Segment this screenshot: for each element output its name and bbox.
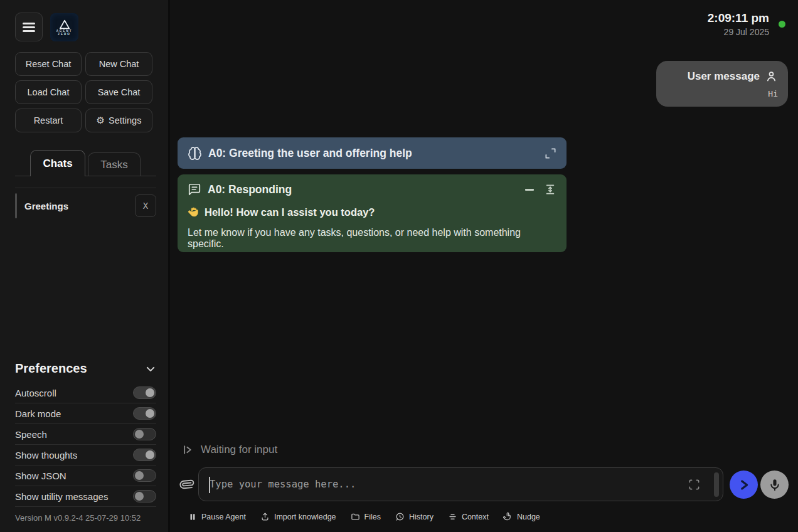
chat-list-separator bbox=[15, 188, 156, 188]
tool-label: Files bbox=[364, 513, 381, 521]
pref-label: Show JSON bbox=[15, 471, 66, 481]
new-chat-button[interactable]: New Chat bbox=[85, 52, 152, 76]
fullscreen-icon[interactable] bbox=[688, 479, 700, 491]
user-message-title: User message bbox=[688, 70, 760, 83]
dark-mode-toggle[interactable] bbox=[133, 407, 156, 420]
tool-label: History bbox=[409, 513, 434, 521]
folder-icon bbox=[351, 512, 360, 521]
pointer-hand-icon bbox=[503, 512, 513, 521]
wave-emoji-icon bbox=[188, 206, 200, 218]
chat-item-title: Greetings bbox=[24, 201, 135, 211]
agent-response-line2: Let me know if you have any tasks, quest… bbox=[188, 227, 556, 250]
show-utility-toggle[interactable] bbox=[133, 490, 156, 503]
restart-button[interactable]: Restart bbox=[15, 109, 82, 132]
pause-agent-button[interactable]: Pause Agent bbox=[188, 512, 246, 521]
brain-icon bbox=[188, 146, 202, 161]
sidebar: AGENT ZERO Reset Chat New Chat Load Chat… bbox=[0, 0, 170, 532]
expand-icon[interactable] bbox=[545, 147, 556, 159]
hamburger-menu-button[interactable] bbox=[15, 13, 43, 41]
pref-row-autoscroll: Autoscroll bbox=[15, 383, 156, 403]
history-button[interactable]: History bbox=[395, 512, 434, 521]
files-button[interactable]: Files bbox=[351, 512, 381, 521]
tool-label: Import knowledge bbox=[274, 513, 336, 521]
version-text: Version M v0.9.2-4 25-07-29 10:52 bbox=[15, 513, 141, 523]
user-icon bbox=[765, 70, 778, 83]
speech-toggle[interactable] bbox=[133, 428, 156, 440]
message-input-container bbox=[198, 467, 723, 501]
send-button[interactable] bbox=[730, 471, 758, 499]
context-button[interactable]: Context bbox=[448, 512, 489, 521]
message-square-icon bbox=[188, 183, 201, 196]
hamburger-icon bbox=[23, 21, 35, 34]
unfold-vertical-icon[interactable] bbox=[544, 183, 556, 196]
tab-chats[interactable]: Chats bbox=[30, 150, 85, 176]
tabs-underline-right bbox=[85, 176, 156, 176]
reset-chat-button[interactable]: Reset Chat bbox=[15, 52, 82, 76]
message-input[interactable] bbox=[210, 468, 693, 501]
microphone-button[interactable] bbox=[760, 471, 789, 499]
tool-label: Nudge bbox=[517, 513, 540, 521]
tabs-underline-left bbox=[15, 176, 30, 176]
chat-actions: Reset Chat New Chat Load Chat Save Chat … bbox=[15, 52, 152, 132]
gear-icon: ⚙ bbox=[97, 115, 105, 126]
pause-icon bbox=[188, 513, 197, 521]
agent-thought-title: A0: Greeting the user and offering help bbox=[208, 147, 538, 160]
logo-word-2: ZERO bbox=[58, 33, 71, 36]
save-chat-button[interactable]: Save Chat bbox=[85, 80, 152, 104]
bottom-toolbar: Pause Agent Import knowledge Files Histo… bbox=[188, 512, 540, 521]
settings-button[interactable]: ⚙ Settings bbox=[85, 109, 152, 132]
tool-label: Context bbox=[462, 513, 489, 521]
history-icon bbox=[395, 512, 405, 521]
attach-file-button[interactable] bbox=[180, 475, 194, 494]
pref-label: Show thoughts bbox=[15, 450, 77, 460]
pref-label: Dark mode bbox=[15, 408, 61, 419]
chat-list-item-greetings[interactable]: Greetings X bbox=[15, 192, 156, 220]
pref-label: Show utility messages bbox=[15, 491, 108, 502]
pref-row-show-thoughts: Show thoughts bbox=[15, 445, 156, 466]
connection-status-dot bbox=[779, 21, 785, 28]
show-json-toggle[interactable] bbox=[133, 469, 156, 482]
agent-zero-app: AGENT ZERO Reset Chat New Chat Load Chat… bbox=[0, 0, 798, 532]
pref-row-dark-mode: Dark mode bbox=[15, 403, 156, 424]
current-date: 29 Jul 2025 bbox=[708, 27, 769, 37]
pref-label: Speech bbox=[15, 429, 47, 440]
autoscroll-toggle[interactable] bbox=[133, 386, 156, 399]
agent-status-text: Waiting for input bbox=[201, 444, 277, 456]
import-knowledge-button[interactable]: Import knowledge bbox=[260, 512, 336, 521]
chevron-down-icon bbox=[145, 363, 156, 375]
tab-tasks[interactable]: Tasks bbox=[88, 152, 141, 176]
user-message-text: Hi bbox=[666, 89, 778, 98]
agent-response-title: A0: Responding bbox=[208, 183, 519, 196]
agent-status: Waiting for input bbox=[182, 444, 277, 456]
show-thoughts-toggle[interactable] bbox=[133, 449, 156, 461]
settings-label: Settings bbox=[109, 115, 141, 125]
waiting-input-icon bbox=[182, 444, 194, 456]
preferences-list: Autoscroll Dark mode Speech Show thought… bbox=[15, 383, 156, 507]
pref-label: Autoscroll bbox=[15, 388, 56, 398]
user-message-bubble: User message Hi bbox=[656, 61, 788, 107]
preferences-header[interactable]: Preferences bbox=[15, 361, 156, 376]
pref-row-speech: Speech bbox=[15, 424, 156, 445]
context-lines-icon bbox=[448, 512, 457, 521]
microphone-icon bbox=[768, 478, 782, 492]
agent-zero-logo: AGENT ZERO bbox=[50, 13, 78, 41]
tool-label: Pause Agent bbox=[201, 513, 246, 521]
upload-icon bbox=[260, 512, 270, 521]
agent-response-line1: Hello! How can I assist you today? bbox=[205, 206, 375, 218]
preferences-title: Preferences bbox=[15, 361, 87, 376]
load-chat-button[interactable]: Load Chat bbox=[15, 80, 82, 104]
clock: 2:09:11 pm 29 Jul 2025 bbox=[708, 11, 769, 37]
minimize-icon[interactable] bbox=[525, 189, 534, 191]
chat-item-accent bbox=[15, 193, 17, 218]
pref-row-show-json: Show JSON bbox=[15, 466, 156, 486]
agent-response-message: A0: Responding Hello! How can I assist y… bbox=[178, 174, 567, 252]
agent-thought-message: A0: Greeting the user and offering help bbox=[178, 137, 567, 169]
paperclip-icon bbox=[176, 472, 199, 496]
current-time: 2:09:11 pm bbox=[708, 11, 769, 25]
nudge-button[interactable]: Nudge bbox=[503, 512, 540, 521]
input-scrollbar[interactable] bbox=[714, 472, 719, 497]
chat-item-close-button[interactable]: X bbox=[135, 194, 156, 217]
send-arrow-icon bbox=[737, 478, 751, 492]
logo-triangle-icon bbox=[58, 19, 71, 29]
pref-row-show-utility: Show utility messages bbox=[15, 486, 156, 507]
